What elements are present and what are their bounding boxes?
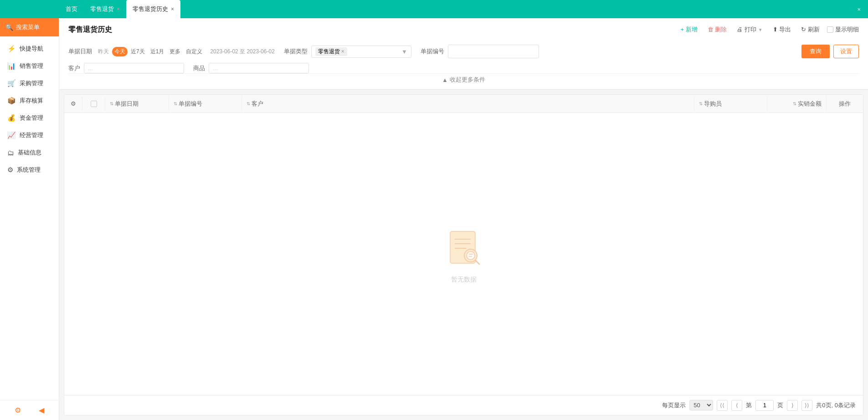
tab-retail-return-history[interactable]: 零售退货历史 × xyxy=(126,0,180,18)
filter-area: 单据日期 昨天 今天 近7天 近1月 更多 自定义 2023-06-02 至 2… xyxy=(68,40,859,89)
customer-select[interactable]: ... xyxy=(84,63,184,73)
tab-retail-return-close[interactable]: × xyxy=(117,6,120,12)
top-bar-close[interactable]: × xyxy=(857,6,861,13)
page-size-select[interactable]: 50 10 20 100 xyxy=(689,400,713,410)
sidebar-search[interactable]: 🔍 搜索菜单 xyxy=(0,18,59,36)
print-button-label: 🖨 打印 xyxy=(737,26,756,34)
operations-icon: 📈 xyxy=(7,131,16,139)
goods-placeholder: ... xyxy=(213,65,218,72)
sidebar-collapse-icon[interactable]: ◀ xyxy=(39,406,44,415)
display-label: 显示明细 xyxy=(835,26,859,34)
print-button[interactable]: 🖨 打印 ▼ xyxy=(734,24,765,36)
sidebar-item-sales-label: 销售管理 xyxy=(20,62,43,70)
tab-retail-return[interactable]: 零售退货 × xyxy=(84,0,126,18)
empty-text: 暂无数据 xyxy=(451,276,477,284)
page-number-input[interactable] xyxy=(755,400,774,411)
sort-date-icon: ⇅ xyxy=(110,101,113,106)
system-icon: ⚙ xyxy=(7,166,13,174)
sidebar-nav: ⚡ 快捷导航 📊 销售管理 🛒 采购管理 📦 库存核算 💰 资金管理 📈 xyxy=(0,36,59,400)
th-date[interactable]: ⇅ 单据日期 xyxy=(105,96,169,112)
sidebar: 🔍 搜索菜单 ⚡ 快捷导航 📊 销售管理 🛒 采购管理 📦 库存核算 💰 xyxy=(0,18,59,420)
empty-state: 暂无数据 xyxy=(64,113,863,395)
main-layout: 🔍 搜索菜单 ⚡ 快捷导航 📊 销售管理 🛒 采购管理 📦 库存核算 💰 xyxy=(0,18,868,420)
date-opt-7days[interactable]: 近7天 xyxy=(128,47,147,56)
sidebar-search-label: 搜索菜单 xyxy=(16,23,40,31)
sidebar-settings-icon[interactable]: ⚙ xyxy=(15,406,21,415)
th-customer[interactable]: ⇅ 客户 xyxy=(242,96,694,112)
type-tag-close[interactable]: × xyxy=(341,48,344,55)
page-size-label: 每页显示 xyxy=(662,401,686,410)
number-input[interactable] xyxy=(448,45,539,58)
sort-amount-icon: ⇅ xyxy=(793,101,796,106)
date-opt-custom[interactable]: 自定义 xyxy=(184,47,205,56)
sidebar-item-system-label: 系统管理 xyxy=(17,166,41,174)
th-checkbox[interactable] xyxy=(91,101,97,107)
top-bar: 首页 零售退货 × 零售退货历史 × × xyxy=(0,0,868,18)
sidebar-item-inventory[interactable]: 📦 库存核算 xyxy=(0,92,59,109)
page-last-button[interactable]: ⟩⟩ xyxy=(801,400,812,411)
sidebar-item-purchase[interactable]: 🛒 采购管理 xyxy=(0,75,59,92)
th-amount-label: 实销金额 xyxy=(798,100,822,108)
goods-filter: 商品 ... xyxy=(193,63,309,73)
sidebar-item-quicknav[interactable]: ⚡ 快捷导航 xyxy=(0,40,59,57)
date-opt-1month[interactable]: 近1月 xyxy=(148,47,167,56)
quicknav-icon: ⚡ xyxy=(7,45,16,53)
th-amount[interactable]: ⇅ 实销金额 xyxy=(767,96,827,112)
tab-home[interactable]: 首页 xyxy=(59,0,84,18)
sidebar-item-finance[interactable]: 💰 资金管理 xyxy=(0,109,59,127)
sales-icon: 📊 xyxy=(7,62,16,70)
page-prev-button[interactable]: ⟨ xyxy=(731,400,742,411)
sidebar-item-system[interactable]: ⚙ 系统管理 xyxy=(0,161,59,179)
th-num[interactable]: ⇅ 单据编号 xyxy=(169,96,242,112)
type-tag: 零售退货 × xyxy=(315,47,347,56)
print-dropdown-icon[interactable]: ▼ xyxy=(758,27,763,32)
refresh-button[interactable]: ↻ 刷新 xyxy=(798,24,822,36)
table-header: ⚙ ⇅ 单据日期 ⇅ 单据编号 ⇅ 客户 ⇅ xyxy=(64,95,863,113)
page-unit: 页 xyxy=(777,401,783,410)
page-header: 零售退货历史 + 新增 🗑 删除 🖨 打印 ▼ ⬆ 导出 xyxy=(59,18,868,90)
th-check[interactable] xyxy=(82,97,105,111)
search-icon: 🔍 xyxy=(5,24,13,31)
pagination: 每页显示 50 10 20 100 ⟨⟨ ⟨ 第 页 ⟩ ⟩⟩ 共0页, 0条记… xyxy=(64,395,863,415)
new-button-label: + 新增 xyxy=(680,26,697,34)
goods-filter-label: 商品 xyxy=(193,64,205,72)
query-button[interactable]: 查询 xyxy=(801,45,830,58)
sidebar-item-operations[interactable]: 📈 经营管理 xyxy=(0,127,59,144)
collapse-label: 收起更多条件 xyxy=(450,76,485,84)
th-guide[interactable]: ⇅ 导购员 xyxy=(694,96,767,112)
export-button[interactable]: ⬆ 导出 xyxy=(770,24,794,36)
th-settings[interactable]: ⚙ xyxy=(64,97,82,111)
th-date-label: 单据日期 xyxy=(115,100,139,108)
number-filter: 单据编号 xyxy=(421,45,539,58)
page-title-row: 零售退货历史 + 新增 🗑 删除 🖨 打印 ▼ ⬆ 导出 xyxy=(68,24,859,36)
th-num-label: 单据编号 xyxy=(179,100,202,108)
sidebar-item-basic[interactable]: 🗂 基础信息 xyxy=(0,144,59,161)
content-area: 零售退货历史 + 新增 🗑 删除 🖨 打印 ▼ ⬆ 导出 xyxy=(59,18,868,420)
basic-icon: 🗂 xyxy=(7,149,14,157)
customer-filter-label: 客户 xyxy=(68,64,80,72)
date-range-options: 昨天 今天 近7天 近1月 更多 自定义 xyxy=(96,47,205,56)
delete-button[interactable]: 🗑 删除 xyxy=(705,24,730,36)
tab-retail-return-label: 零售退货 xyxy=(90,5,114,13)
date-opt-more[interactable]: 更多 xyxy=(167,47,183,56)
filter-row-2: 客户 ... 商品 ... xyxy=(68,63,859,73)
display-checkbox[interactable] xyxy=(827,26,833,33)
type-filter-label: 单据类型 xyxy=(284,47,308,56)
sidebar-item-basic-label: 基础信息 xyxy=(18,149,41,157)
sidebar-item-sales[interactable]: 📊 销售管理 xyxy=(0,57,59,75)
new-button[interactable]: + 新增 xyxy=(678,24,700,36)
page-first-button[interactable]: ⟨⟨ xyxy=(717,400,728,411)
date-opt-today[interactable]: 今天 xyxy=(112,47,128,56)
goods-select[interactable]: ... xyxy=(209,63,309,73)
purchase-icon: 🛒 xyxy=(7,79,16,87)
collapse-row[interactable]: ▲ 收起更多条件 xyxy=(68,73,859,87)
type-select[interactable]: 零售退货 × ▼ xyxy=(311,46,411,58)
delete-button-label: 🗑 删除 xyxy=(708,26,727,34)
tab-retail-return-history-close[interactable]: × xyxy=(171,6,174,12)
type-filter: 单据类型 零售退货 × ▼ xyxy=(284,46,411,58)
page-next-button[interactable]: ⟩ xyxy=(787,400,798,411)
date-opt-yesterday[interactable]: 昨天 xyxy=(96,47,111,56)
refresh-button-label: ↻ 刷新 xyxy=(801,26,820,34)
settings-button[interactable]: 设置 xyxy=(833,45,859,58)
display-toggle[interactable]: 显示明细 xyxy=(827,26,859,34)
